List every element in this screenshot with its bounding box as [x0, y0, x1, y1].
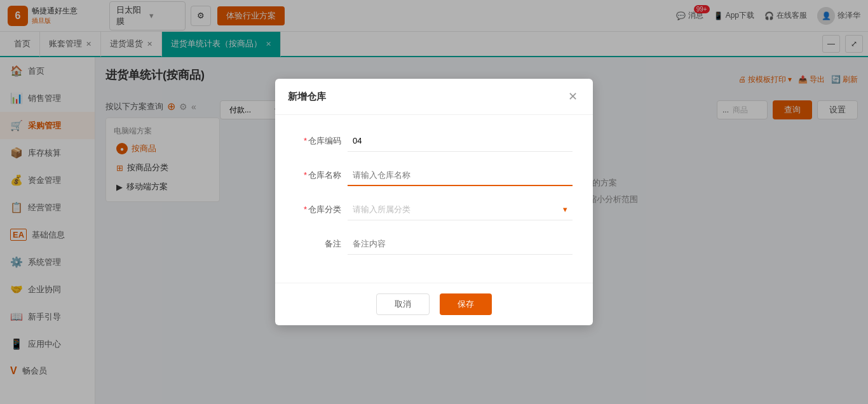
- modal-overlay: 新增仓库 ✕ 仓库编码 仓库名称 仓库分类 请输入所属分类 ▾: [0, 0, 868, 404]
- dialog-close-button[interactable]: ✕: [565, 89, 580, 104]
- category-placeholder: 请输入所属分类: [353, 204, 410, 215]
- form-row-code: 仓库编码: [295, 130, 573, 152]
- form-row-name: 仓库名称: [295, 165, 573, 186]
- save-button[interactable]: 保存: [440, 293, 492, 315]
- form-row-category: 仓库分类 请输入所属分类 ▾: [295, 199, 573, 220]
- code-label: 仓库编码: [295, 135, 341, 147]
- dialog-title: 新增仓库: [288, 91, 326, 103]
- dialog-body: 仓库编码 仓库名称 仓库分类 请输入所属分类 ▾ 备注: [275, 115, 593, 283]
- form-row-note: 备注: [295, 233, 573, 255]
- category-label: 仓库分类: [295, 204, 341, 215]
- dialog-header: 新增仓库 ✕: [275, 79, 593, 115]
- name-input[interactable]: [348, 165, 573, 186]
- code-input[interactable]: [348, 130, 573, 152]
- new-warehouse-dialog: 新增仓库 ✕ 仓库编码 仓库名称 仓库分类 请输入所属分类 ▾: [275, 79, 593, 325]
- chevron-down-icon: ▾: [563, 205, 567, 214]
- cancel-button[interactable]: 取消: [376, 293, 430, 315]
- dialog-footer: 取消 保存: [275, 283, 593, 325]
- note-label: 备注: [295, 238, 341, 250]
- note-input[interactable]: [348, 233, 573, 255]
- name-label: 仓库名称: [295, 170, 341, 181]
- category-select[interactable]: 请输入所属分类 ▾: [348, 199, 573, 220]
